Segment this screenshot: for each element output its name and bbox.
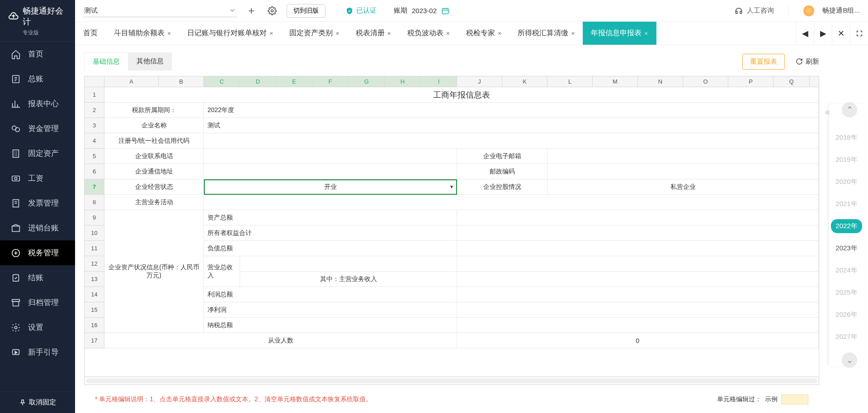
row-header[interactable]: 11 — [85, 241, 104, 256]
row-header[interactable]: 17 — [85, 333, 104, 348]
nav-archive[interactable]: 归档管理 — [0, 290, 75, 315]
address-label[interactable]: 企业通信地址 — [104, 164, 204, 179]
nav-invoice[interactable]: 发票管理 — [0, 191, 75, 216]
tab[interactable]: 税检专家× — [458, 22, 509, 45]
owner-equity-value[interactable] — [457, 225, 819, 241]
tabs-prev[interactable]: ◀ — [796, 22, 814, 45]
status-label[interactable]: 企业经营状态 — [104, 179, 204, 195]
reg-code-value[interactable] — [204, 133, 819, 149]
tab[interactable]: 日记账与银行对账单核对× — [179, 22, 281, 45]
profit-value[interactable] — [457, 287, 819, 302]
horizontal-scrollbar[interactable] — [85, 376, 819, 385]
tab[interactable]: 首页 — [75, 22, 106, 45]
taxpaid-value[interactable] — [457, 318, 819, 333]
nav-guide[interactable]: 新手引导 — [0, 340, 75, 365]
tab-close[interactable]: × — [571, 30, 575, 37]
col-header[interactable]: E — [276, 76, 312, 87]
asset-total-label[interactable]: 资产总额 — [204, 210, 457, 225]
asset-total-value[interactable] — [457, 210, 819, 225]
tab-close[interactable]: × — [269, 30, 273, 37]
op-income-value[interactable] — [457, 256, 819, 272]
year-item[interactable]: 2026年 — [831, 308, 862, 322]
row-header[interactable]: 13 — [85, 272, 104, 287]
row-header[interactable]: 4 — [85, 133, 104, 149]
taxpaid-label[interactable]: 纳税总额 — [204, 318, 457, 333]
address-value[interactable] — [204, 164, 457, 179]
col-header[interactable]: G — [349, 76, 385, 87]
year-item[interactable]: 2021年 — [831, 197, 862, 211]
tax-period-label[interactable]: 税款所属期间： — [104, 103, 204, 118]
period-value[interactable]: 2023-02 — [412, 7, 437, 14]
nav-money[interactable]: 资金管理 — [0, 116, 75, 141]
nav-salary[interactable]: 工资 — [0, 166, 75, 191]
subtab-other[interactable]: 其他信息 — [128, 52, 172, 70]
row-header[interactable]: 1 — [85, 87, 104, 103]
owner-equity-label[interactable]: 所有者权益合计 — [204, 225, 457, 241]
company-name-value[interactable]: 测试 — [204, 118, 819, 133]
col-header[interactable]: D — [240, 76, 276, 87]
employees-label[interactable]: 从业人数 — [104, 333, 457, 348]
netprofit-label[interactable]: 净利润 — [204, 302, 457, 318]
nav-inventory[interactable]: 进销台账 — [0, 216, 75, 240]
profit-label[interactable]: 利润总额 — [204, 287, 457, 302]
row-header[interactable]: 2 — [85, 103, 104, 118]
row-header[interactable]: 7 — [85, 179, 104, 195]
nav-building[interactable]: 固定资产 — [0, 141, 75, 166]
row-header[interactable]: 8 — [85, 195, 104, 210]
col-header[interactable]: B — [159, 76, 204, 87]
col-header[interactable]: L — [547, 76, 593, 87]
old-version-button[interactable]: 切到旧版 — [287, 4, 326, 18]
nav-close-book[interactable]: 结账 — [0, 265, 75, 290]
tab-close[interactable]: × — [167, 30, 171, 37]
tab[interactable]: 固定资产类别× — [281, 22, 347, 45]
col-header[interactable]: F — [312, 76, 349, 87]
col-header[interactable]: O — [683, 76, 728, 87]
username[interactable]: 畅捷通B组... — [822, 6, 860, 15]
settings-button[interactable] — [266, 5, 278, 17]
col-header[interactable]: J — [457, 76, 502, 87]
email-value[interactable] — [547, 149, 819, 164]
op-income-blank[interactable] — [240, 256, 457, 272]
tab-close[interactable]: × — [387, 30, 391, 37]
spreadsheet[interactable]: ABCDEFGHIJKLMNOPQ 1工商年报信息表2税款所属期间：2022年度… — [84, 76, 819, 385]
year-collapse[interactable]: « — [825, 107, 830, 117]
select-all-corner[interactable] — [85, 76, 104, 87]
reg-code-label[interactable]: 注册号/统一社会信用代码 — [104, 133, 204, 149]
col-header[interactable]: M — [593, 76, 638, 87]
year-item[interactable]: 2023年 — [831, 241, 862, 255]
row-header[interactable]: 5 — [85, 149, 104, 164]
add-button[interactable] — [245, 5, 258, 17]
year-scroll-up[interactable]: ⌃ — [842, 102, 857, 117]
status-value[interactable]: 开业 — [204, 179, 457, 195]
tax-period-value[interactable]: 2022年度 — [204, 103, 819, 118]
postcode-label[interactable]: 邮政编码 — [457, 164, 547, 179]
calendar-icon[interactable] — [441, 7, 449, 15]
nav-tax[interactable]: 税务管理 — [0, 240, 75, 265]
main-biz-value[interactable] — [204, 195, 819, 210]
holding-label[interactable]: 企业控股情况 — [457, 179, 547, 195]
year-item[interactable]: 2025年 — [831, 286, 862, 300]
col-header[interactable]: C — [204, 76, 240, 87]
row-header[interactable]: 9 — [85, 210, 104, 225]
year-item[interactable]: 2018年 — [831, 131, 862, 145]
col-header[interactable]: N — [638, 76, 683, 87]
year-scroll-down[interactable]: ⌄ — [842, 352, 857, 368]
year-item[interactable]: 2020年 — [831, 175, 862, 189]
nav-settings[interactable]: 设置 — [0, 315, 75, 340]
refresh-button[interactable]: 刷新 — [796, 57, 819, 66]
nav-ledger[interactable]: 总账 — [0, 66, 75, 91]
liability-label[interactable]: 负债总额 — [204, 241, 457, 256]
tab[interactable]: 年报信息申报表× — [583, 22, 656, 45]
holding-value[interactable]: 私营企业 — [547, 179, 819, 195]
col-header[interactable]: I — [421, 76, 457, 87]
col-header[interactable]: Q — [774, 76, 810, 87]
liability-value[interactable] — [457, 241, 819, 256]
avatar[interactable] — [803, 5, 814, 16]
tab[interactable]: 税表清册× — [348, 22, 399, 45]
tabs-fullscreen[interactable] — [850, 22, 868, 45]
col-header[interactable]: A — [104, 76, 159, 87]
col-header[interactable]: K — [502, 76, 547, 87]
year-item[interactable]: 2022年 — [831, 219, 862, 233]
col-header[interactable]: P — [728, 76, 774, 87]
col-header[interactable]: H — [385, 76, 421, 87]
